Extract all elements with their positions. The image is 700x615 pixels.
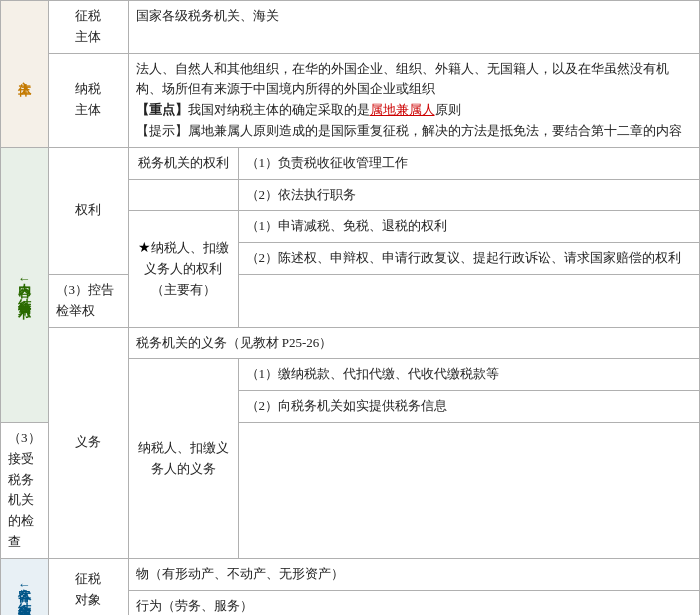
quanli-nsr-item2: （2）陈述权、申辩权、申请行政复议、提起行政诉讼、请求国家赔偿的权利	[238, 243, 700, 275]
yiwu-nsr-label: 纳税人、扣缴义务人的义务	[128, 359, 238, 558]
yiwu-nsr-item1: （1）缴纳税款、代扣代缴、代收代缴税款等	[238, 359, 700, 391]
keti-item1: 物（有形动产、不动产、无形资产）	[128, 558, 700, 590]
section-label-neirong: 内容↓（结合第六节）	[1, 147, 49, 422]
yiwu-swjg-label: 税务机关的义务（见教材 P25-26）	[128, 327, 700, 359]
keti-zhengshui-label: 征税对象	[48, 558, 128, 615]
zhuiti-zhengshui-content: 国家各级税务机关、海关	[128, 1, 700, 54]
row-zhuiti-2: 纳税主体 法人、自然人和其他组织，在华的外国企业、组织、外籍人、无国籍人，以及在…	[1, 53, 700, 147]
quanli-nsr-item3: （3）控告检举权	[48, 274, 128, 327]
quanli-nsr-item1: （1）申请减税、免税、退税的权利	[238, 211, 700, 243]
neirong-quanli-label: 权利	[48, 147, 128, 274]
row-zhuiti-1: 主体 征税主体 国家各级税务机关、海关	[1, 1, 700, 54]
yiwu-nsr-item3: （3）接受税务机关的检查	[1, 422, 49, 558]
row-keti-1: 客体↓结合实体税种 征税对象 物（有形动产、不动产、无形资产）	[1, 558, 700, 590]
zhuiti-nashui-label: 纳税主体	[48, 53, 128, 147]
keti-item2: 行为（劳务、服务）	[128, 590, 700, 615]
quanli-swjg-item2: （2）依法执行职务	[238, 179, 700, 211]
zhuiti-nashui-text1: 法人、自然人和其他组织，在华的外国企业、组织、外籍人、无国籍人，以及在华虽然没有…	[136, 59, 693, 101]
quanli-nsr-label: ★纳税人、扣缴义务人的权利（主要有）	[128, 211, 238, 327]
quanli-swjg-label: 税务机关的权利	[128, 147, 238, 179]
quanli-swjg-label-2	[128, 179, 238, 211]
neirong-yiwu-label: 义务	[48, 327, 128, 558]
zhuiti-nashui-content: 法人、自然人和其他组织，在华的外国企业、组织、外籍人、无国籍人，以及在华虽然没有…	[128, 53, 700, 147]
zhuiti-zhengshui-label: 征税主体	[48, 1, 128, 54]
yiwu-nsr-item2: （2）向税务机关如实提供税务信息	[238, 391, 700, 423]
row-neirong-quanli-nsr-3: （3）控告检举权	[1, 274, 700, 327]
section-label-keti: 客体↓结合实体税种	[1, 558, 49, 615]
row-neirong-yiwu-swjg: 义务 税务机关的义务（见教材 P25-26）	[1, 327, 700, 359]
row-neirong-quanli-swjg: 内容↓（结合第六节） 权利 税务机关的权利 （1）负责税收征收管理工作	[1, 147, 700, 179]
main-table: 主体 征税主体 国家各级税务机关、海关 纳税主体 法人、自然人和其他组织，在华的…	[0, 0, 700, 615]
zhuiti-nashui-text3: 【提示】属地兼属人原则造成的是国际重复征税，解决的方法是抵免法，要结合第十二章的…	[136, 121, 693, 142]
section-label-zhuiti: 主体	[1, 1, 49, 148]
quanli-swjg-item1: （1）负责税收征收管理工作	[238, 147, 700, 179]
zhuiti-nashui-text2: 【重点】我国对纳税主体的确定采取的是属地兼属人原则	[136, 100, 693, 121]
